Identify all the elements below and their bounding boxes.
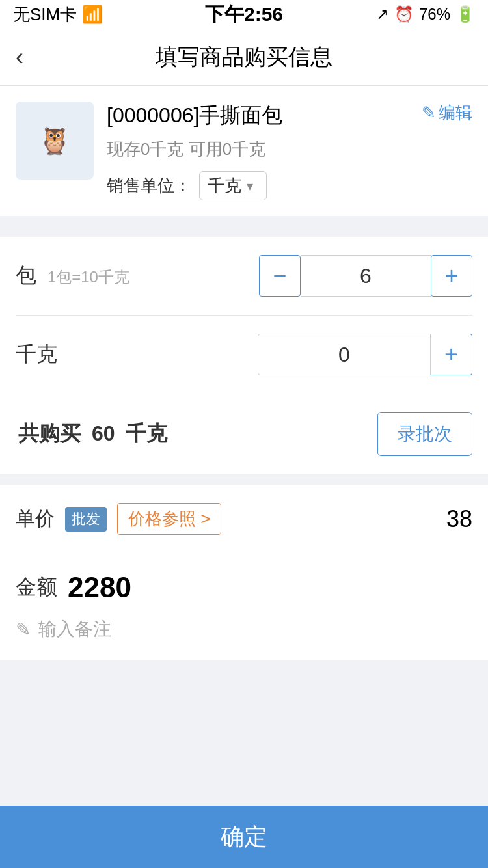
summary-amount: 60: [92, 422, 115, 445]
location-icon: ↗: [376, 5, 389, 23]
product-card: 🦉 [0000006]手撕面包 ✎ 编辑 现存0千克 可用0千克 销售单位： 千…: [0, 86, 488, 216]
price-reference-button[interactable]: 价格参照 >: [117, 503, 221, 535]
amount-value: 2280: [68, 571, 131, 604]
alarm-icon: ⏰: [394, 5, 414, 23]
package-sublabel: 1包=10千克: [47, 268, 129, 286]
product-stock: 现存0千克 可用0千克: [107, 138, 472, 161]
carrier-label: 无SIM卡: [13, 3, 77, 26]
confirm-button[interactable]: 确定: [0, 806, 488, 868]
price-label: 单价: [16, 506, 55, 532]
package-minus-button[interactable]: −: [259, 255, 301, 297]
separator-1: [0, 226, 488, 237]
edit-icon: ✎: [422, 103, 436, 123]
summary-section: 共购买 60 千克 录批次: [0, 394, 488, 474]
dropdown-arrow-icon: ▾: [247, 178, 253, 194]
record-batch-button[interactable]: 录批次: [377, 412, 472, 456]
package-label-text: 包: [16, 264, 36, 287]
battery-icon: 🔋: [455, 5, 475, 23]
edit-button[interactable]: ✎ 编辑: [422, 102, 472, 124]
kg-qty-control: +: [258, 334, 472, 375]
product-unit: 销售单位： 千克 ▾: [107, 171, 472, 200]
amount-label: 金额: [16, 573, 57, 602]
price-section: 单价 批发 价格参照 > 38: [0, 474, 488, 553]
input-section: 包 1包=10千克 − + 千克 +: [0, 237, 488, 394]
amount-section: 金额 2280 ✎ 输入备注: [0, 553, 488, 660]
page-title: 填写商品购买信息: [156, 42, 332, 72]
edit-label: 编辑: [439, 102, 472, 124]
kg-qty-input[interactable]: [258, 334, 431, 375]
price-ref-label: 价格参照 >: [128, 508, 210, 530]
package-qty-input[interactable]: [301, 255, 431, 297]
note-placeholder: 输入备注: [38, 617, 111, 642]
nav-bar: ‹ 填写商品购买信息: [0, 29, 488, 86]
summary-prefix: 共购买: [18, 422, 81, 445]
unit-prefix: 销售单位：: [107, 174, 191, 197]
status-bar: 无SIM卡 📶 下午2:56 ↗ ⏰ 76% 🔋: [0, 0, 488, 29]
product-image: 🦉: [16, 102, 94, 180]
package-label: 包 1包=10千克: [16, 262, 259, 290]
summary-unit: 千克: [126, 422, 167, 445]
package-qty-control: − +: [259, 255, 472, 297]
pencil-icon: ✎: [16, 619, 31, 640]
unit-select[interactable]: 千克 ▾: [199, 171, 267, 200]
gray-fill-area: [0, 660, 488, 806]
kg-label: 千克: [16, 340, 258, 369]
product-name: [0000006]手撕面包: [107, 102, 282, 130]
unit-value: 千克: [208, 174, 241, 197]
confirm-button-label: 确定: [221, 821, 267, 853]
summary-text: 共购买 60 千克: [16, 420, 170, 448]
battery-label: 76%: [419, 5, 450, 23]
wifi-icon: 📶: [82, 5, 103, 25]
product-info: [0000006]手撕面包 ✎ 编辑 现存0千克 可用0千克 销售单位： 千克 …: [107, 102, 472, 200]
price-tag: 批发: [65, 507, 107, 532]
package-plus-button[interactable]: +: [431, 255, 472, 297]
price-value: 38: [446, 506, 472, 533]
kg-plus-button[interactable]: +: [431, 334, 472, 375]
product-header: [0000006]手撕面包 ✎ 编辑: [107, 102, 472, 130]
amount-row: 金额 2280: [16, 571, 472, 604]
kg-input-row: 千克 +: [16, 316, 472, 394]
product-logo: 🦉: [38, 126, 71, 156]
status-left: 无SIM卡 📶: [13, 3, 103, 26]
package-input-row: 包 1包=10千克 − +: [16, 237, 472, 316]
back-button[interactable]: ‹: [16, 44, 23, 71]
note-row[interactable]: ✎ 输入备注: [16, 617, 472, 660]
status-right: ↗ ⏰ 76% 🔋: [376, 5, 475, 23]
status-time: 下午2:56: [205, 1, 283, 28]
